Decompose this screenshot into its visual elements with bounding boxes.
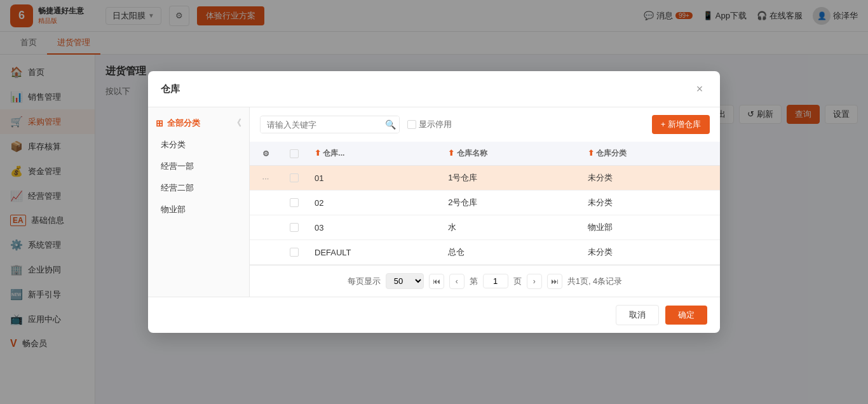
row-category: 未分类 [580,191,720,215]
col-header-checkbox [281,142,307,166]
row-select-checkbox[interactable] [290,223,299,232]
col-header-settings: ⚙ [250,142,281,166]
warehouse-modal: 仓库 × ⊞ 全部分类 《 未分类 经营一部 经营二部 物业部 [148,71,720,333]
row-category: 物业部 [580,215,720,240]
row-action: ··· [250,166,281,191]
row-select-checkbox[interactable] [290,198,299,207]
row-select-checkbox[interactable] [290,173,299,182]
sort-icon-cat: ⬆ [588,149,594,158]
row-name: 1号仓库 [440,166,580,191]
category-sidebar: ⊞ 全部分类 《 未分类 经营一部 经营二部 物业部 [148,107,250,297]
table-row[interactable]: ··· 01 1号仓库 未分类 [250,166,720,191]
modal-title: 仓库 [161,83,180,95]
category-item-unclassified[interactable]: 未分类 [148,134,249,156]
col-header-name: ⬆ 仓库名称 [440,142,580,166]
next-page-button[interactable]: › [527,274,542,289]
row-code: 03 [307,215,440,240]
row-checkbox[interactable] [281,191,307,215]
modal-header: 仓库 × [148,71,720,107]
modal-footer: 取消 确定 [148,297,720,333]
modal-overlay: 仓库 × ⊞ 全部分类 《 未分类 经营一部 经营二部 物业部 [0,0,868,404]
row-code: DEFAULT [307,240,440,265]
sort-icon-code: ⬆ [315,149,321,158]
row-name: 水 [440,215,580,240]
col-header-code: ⬆ 仓库... [307,142,440,166]
grid-icon: ⊞ [156,118,163,128]
table-row[interactable]: 02 2号仓库 未分类 [250,191,720,215]
page-number-input[interactable] [483,274,508,288]
show-disabled-checkbox[interactable]: 显示停用 [407,119,452,130]
col-header-category: ⬆ 仓库分类 [580,142,720,166]
row-select-checkbox[interactable] [290,248,299,257]
select-all-checkbox[interactable] [290,149,299,158]
table-row[interactable]: 03 水 物业部 [250,215,720,240]
sort-icon-name: ⬆ [448,149,454,158]
add-warehouse-button[interactable]: + 新增仓库 [652,115,710,134]
row-category: 未分类 [580,166,720,191]
row-checkbox[interactable] [281,166,307,191]
table-area: 🔍 显示停用 + 新增仓库 [250,107,720,297]
row-action [250,240,281,265]
category-item-ops1[interactable]: 经营一部 [148,156,249,177]
first-page-button[interactable]: ⏮ [429,274,444,289]
category-item-ops2[interactable]: 经营二部 [148,177,249,199]
prev-page-button[interactable]: ‹ [449,274,465,289]
row-action [250,191,281,215]
last-page-button[interactable]: ⏭ [547,274,562,289]
row-name: 总仓 [440,240,580,265]
search-button[interactable]: 🔍 [380,116,400,133]
confirm-button[interactable]: 确定 [665,306,707,325]
row-checkbox[interactable] [281,240,307,265]
modal-body: ⊞ 全部分类 《 未分类 经营一部 经营二部 物业部 🔍 [148,107,720,297]
row-name: 2号仓库 [440,191,580,215]
category-item-property[interactable]: 物业部 [148,199,249,220]
search-input[interactable] [261,117,380,133]
row-checkbox[interactable] [281,215,307,240]
row-code: 01 [307,166,440,191]
warehouse-table: ⚙ ⬆ 仓库... ⬆ [250,142,720,265]
disabled-checkbox[interactable] [407,120,416,129]
table-toolbar: 🔍 显示停用 + 新增仓库 [250,107,720,142]
table-row[interactable]: DEFAULT 总仓 未分类 [250,240,720,265]
per-page-select[interactable]: 50 100 [386,273,424,289]
category-header: ⊞ 全部分类 《 [148,112,249,134]
table-scroll: ⚙ ⬆ 仓库... ⬆ [250,142,720,265]
row-code: 02 [307,191,440,215]
pagination: 每页显示 50 100 ⏮ ‹ 第 页 › ⏭ 共1页, 4条记录 [250,265,720,297]
modal-close-button[interactable]: × [692,81,707,97]
row-category: 未分类 [580,240,720,265]
search-box: 🔍 [260,116,400,133]
row-action [250,215,281,240]
cancel-button[interactable]: 取消 [616,305,659,325]
all-categories-button[interactable]: ⊞ 全部分类 [156,118,200,129]
table-header-row: ⚙ ⬆ 仓库... ⬆ [250,142,720,166]
collapse-sidebar-button[interactable]: 《 [233,118,241,129]
